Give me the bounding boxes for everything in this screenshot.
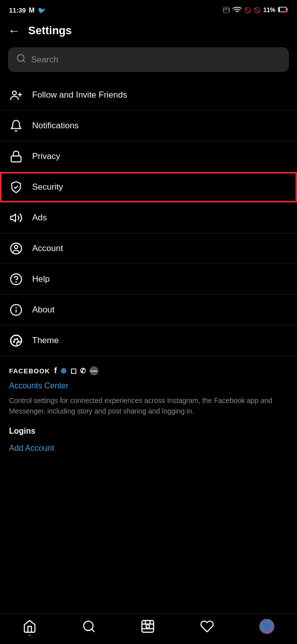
- accounts-center-link[interactable]: Accounts Center: [9, 381, 288, 390]
- about-label: About: [32, 305, 54, 315]
- menu-list: Follow and Invite Friends Notifications: [0, 80, 297, 356]
- follow-icon: [9, 88, 23, 102]
- svg-line-24: [91, 629, 94, 631]
- profile-avatar: 👤: [259, 619, 274, 634]
- fb-icon: f: [54, 366, 57, 375]
- svg-point-19: [14, 341, 15, 342]
- svg-point-12: [15, 246, 18, 249]
- megaphone-icon: [9, 211, 23, 225]
- palette-icon: [9, 334, 23, 348]
- sidebar-item-ads[interactable]: Ads: [0, 203, 297, 233]
- follow-invite-label: Follow and Invite Friends: [32, 90, 127, 100]
- svg-rect-2: [279, 8, 280, 12]
- svg-point-6: [13, 91, 17, 95]
- theme-label: Theme: [32, 336, 59, 346]
- search-input[interactable]: Search: [31, 55, 58, 65]
- svg-rect-25: [142, 620, 154, 632]
- header: ← Settings: [0, 18, 297, 43]
- whatsapp-icon: ✆: [80, 367, 86, 375]
- facebook-section: FACEBOOK f ⊛ ◻ ✆ — Accounts Center Contr…: [0, 356, 297, 456]
- nav-activity[interactable]: [200, 619, 214, 633]
- messenger-icon: ⊛: [60, 366, 67, 375]
- search-container[interactable]: Search: [8, 47, 289, 72]
- back-button[interactable]: ←: [8, 25, 20, 37]
- facebook-icons: f ⊛ ◻ ✆ —: [54, 366, 98, 375]
- battery-icon: [278, 7, 288, 14]
- sidebar-item-account[interactable]: Account: [0, 233, 297, 264]
- search-icon: [16, 53, 26, 66]
- shield-icon: [9, 180, 23, 194]
- info-icon: [9, 303, 23, 317]
- svg-marker-10: [11, 214, 16, 221]
- quest-icon: —: [89, 366, 98, 375]
- svg-point-13: [11, 274, 22, 285]
- svg-point-26: [146, 625, 150, 628]
- security-label: Security: [32, 182, 63, 192]
- accounts-center-description: Control settings for connected experienc…: [9, 395, 288, 417]
- sidebar-item-follow-invite[interactable]: Follow and Invite Friends: [0, 80, 297, 110]
- sidebar-item-theme[interactable]: Theme: [0, 326, 297, 356]
- account-label: Account: [32, 244, 63, 254]
- svg-point-21: [17, 339, 18, 340]
- search-bar[interactable]: Search: [8, 47, 289, 72]
- nav-reels[interactable]: [141, 619, 155, 633]
- nav-search[interactable]: [82, 619, 96, 633]
- status-bar: 11:39 M 🐦 📳 🚫 🚫 11%: [0, 0, 297, 18]
- no-sim1-icon: 🚫: [244, 7, 251, 14]
- help-label: Help: [32, 274, 50, 284]
- twitter-icon: 🐦: [38, 7, 46, 14]
- status-right: 📳 🚫 🚫 11%: [223, 6, 288, 15]
- wifi-icon: [233, 6, 242, 15]
- bottom-navigation: 👤: [0, 613, 297, 644]
- svg-point-22: [18, 341, 19, 342]
- user-circle-icon: [9, 242, 23, 256]
- add-account-link[interactable]: Add Account: [9, 444, 288, 453]
- sidebar-item-security[interactable]: Security: [0, 172, 297, 202]
- status-left: 11:39 M 🐦: [9, 6, 46, 14]
- lock-icon: [9, 149, 23, 164]
- logins-label: Logins: [9, 427, 288, 436]
- nav-home[interactable]: [23, 619, 37, 633]
- vibrate-icon: 📳: [223, 7, 230, 14]
- svg-rect-9: [11, 156, 21, 162]
- sidebar-item-privacy[interactable]: Privacy: [0, 141, 297, 172]
- main-content: Search Follow and Invite Friends: [0, 47, 297, 501]
- avatar-image: 👤: [259, 619, 274, 634]
- no-sim2-icon: 🚫: [254, 7, 261, 14]
- bell-icon: [9, 119, 23, 133]
- svg-point-3: [285, 10, 288, 13]
- facebook-label: FACEBOOK f ⊛ ◻ ✆ —: [9, 366, 288, 375]
- privacy-label: Privacy: [32, 151, 60, 162]
- ads-label: Ads: [32, 213, 47, 223]
- notifications-label: Notifications: [32, 121, 79, 131]
- sidebar-item-notifications[interactable]: Notifications: [0, 111, 297, 141]
- gmail-icon: M: [29, 6, 35, 14]
- instagram-icon: ◻: [70, 366, 77, 375]
- svg-line-5: [23, 60, 25, 62]
- nav-profile[interactable]: 👤: [259, 619, 274, 634]
- time-display: 11:39: [9, 7, 26, 14]
- battery-display: 11%: [263, 7, 275, 14]
- sidebar-item-about[interactable]: About: [0, 295, 297, 325]
- page-title: Settings: [28, 24, 72, 37]
- svg-point-20: [15, 339, 16, 340]
- home-active-dot: [29, 634, 31, 636]
- sidebar-item-help[interactable]: Help: [0, 264, 297, 294]
- help-circle-icon: [9, 272, 23, 286]
